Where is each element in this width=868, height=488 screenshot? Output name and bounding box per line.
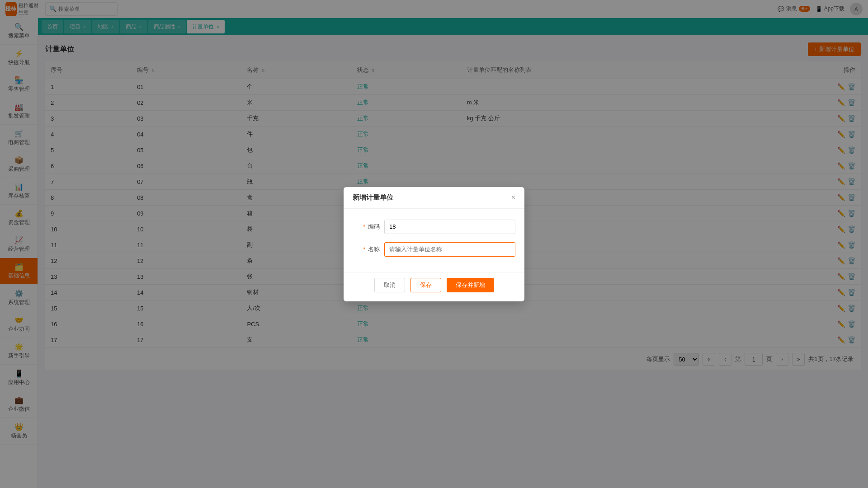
form-row-name: * 名称: [353, 242, 515, 257]
code-input[interactable]: [384, 220, 515, 234]
code-required-mark: *: [363, 223, 365, 230]
modal-title: 新增计量单位: [353, 193, 393, 202]
add-unit-modal: 新增计量单位 × * 编码 * 名称: [344, 187, 524, 301]
name-label: * 名称: [353, 245, 380, 253]
name-input[interactable]: [384, 242, 515, 257]
code-label: * 编码: [353, 223, 380, 231]
save-new-button[interactable]: 保存并新增: [447, 278, 494, 292]
modal-footer: 取消 保存 保存并新增: [344, 272, 524, 301]
modal-header: 新增计量单位 ×: [344, 187, 524, 209]
save-button[interactable]: 保存: [410, 278, 441, 292]
name-required-mark: *: [363, 246, 365, 253]
cancel-button[interactable]: 取消: [374, 278, 405, 292]
modal-overlay: 新增计量单位 × * 编码 * 名称: [0, 0, 868, 488]
modal-body: * 编码 * 名称: [344, 209, 524, 272]
app-container: 橙柿 橙柿通财生意 🔍 💬 消息 99+ 📱 App下载 A: [0, 0, 868, 488]
form-row-code: * 编码: [353, 220, 515, 234]
modal-close-button[interactable]: ×: [511, 193, 515, 202]
